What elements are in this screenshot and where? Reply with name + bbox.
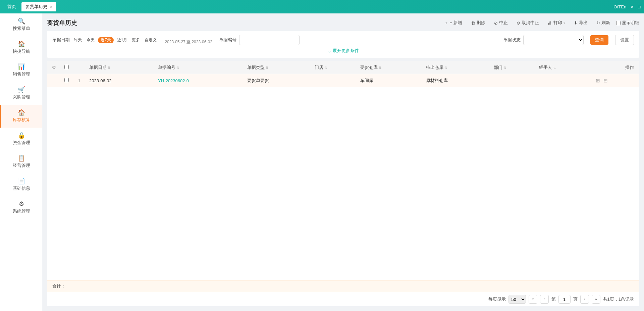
expand-more-button[interactable]: ⌄ 展开更多条件 xyxy=(52,48,634,54)
th-store-sort-icon: ⇅ xyxy=(324,66,327,70)
page-prev-button[interactable]: ‹ xyxy=(540,295,549,304)
refresh-button[interactable]: ↻ 刷新 xyxy=(594,18,613,28)
th-order-type-sort-icon: ⇅ xyxy=(266,66,268,70)
page-last-button[interactable]: » xyxy=(592,295,600,304)
page-header: 要货单历史 ＋ + 新增 🗑 删除 ⊘ 中止 ⊘ 取消中止 xyxy=(47,18,639,28)
th-order-no-sort-icon: ⇅ xyxy=(176,66,179,70)
page-label: 第 xyxy=(551,296,556,302)
content-area: 要货单历史 ＋ + 新增 🗑 删除 ⊘ 中止 ⊘ 取消中止 xyxy=(42,13,644,311)
date-range-value: 2023-05-27 至 2023-06-02 xyxy=(165,39,212,45)
td-action-0: ⊞ ⊟ xyxy=(592,74,639,87)
sidebar-item-inventory[interactable]: 🏠 库存核算 xyxy=(0,105,42,128)
sidebar-item-operations-mgmt[interactable]: 📋 经营管理 xyxy=(0,150,42,173)
th-store[interactable]: 门店 ⇅ xyxy=(311,61,357,74)
sidebar-item-basic-info[interactable]: 📄 基础信息 xyxy=(0,173,42,196)
th-handler[interactable]: 经手人 ⇅ xyxy=(536,61,591,74)
row-edit-icon-0[interactable]: ⊞ xyxy=(595,77,601,84)
print-button[interactable]: 🖨 打印 ▾ xyxy=(545,18,568,28)
query-button[interactable]: 查询 xyxy=(590,35,608,45)
filter-area: 单据日期 昨天 今天 近7天 近1月 更多 自定义 2023-05-27 至 2… xyxy=(47,31,639,58)
th-department[interactable]: 部门 ⇅ xyxy=(490,61,536,74)
sidebar-item-sales-mgmt[interactable]: 📊 销售管理 xyxy=(0,59,42,82)
td-checkbox-0[interactable] xyxy=(60,74,72,87)
date-filter-group: 单据日期 昨天 今天 近7天 近1月 更多 自定义 xyxy=(52,37,158,43)
window-max-icon[interactable]: □ xyxy=(638,4,641,9)
refresh-label: 刷新 xyxy=(601,20,610,26)
sidebar-item-basic-info-label: 基础信息 xyxy=(13,185,30,191)
td-date-0: 2023-06-02 xyxy=(86,74,155,87)
page-size-select[interactable]: 10 20 50 100 xyxy=(508,295,526,304)
th-handler-sort-icon: ⇅ xyxy=(553,66,556,70)
order-no-label: 单据编号 xyxy=(219,37,236,43)
th-order-type-label: 单据类型 xyxy=(247,64,265,71)
sidebar-item-search-menu[interactable]: 🔍 搜索菜单 xyxy=(0,13,42,36)
add-button[interactable]: ＋ + 新增 xyxy=(441,18,465,28)
stop-button[interactable]: ⊘ 中止 xyxy=(491,18,511,28)
footer-total: 合计： xyxy=(47,280,639,292)
th-order-no[interactable]: 单据编号 ⇅ xyxy=(155,61,244,74)
print-dropdown-icon: ▾ xyxy=(564,21,565,25)
delete-button[interactable]: 🗑 删除 xyxy=(468,18,488,28)
add-label: + 新增 xyxy=(450,20,462,26)
order-no-filter-group: 单据编号 xyxy=(219,35,300,45)
top-bar: 首页 要货单历史 × OfTEn ✕ □ xyxy=(0,0,644,13)
date-btn-7days[interactable]: 近7天 xyxy=(98,37,114,43)
window-close-icon[interactable]: ✕ xyxy=(630,4,634,9)
date-btn-custom[interactable]: 自定义 xyxy=(143,37,158,43)
sidebar-item-system-mgmt[interactable]: ⚙ 系统管理 xyxy=(0,196,42,219)
cancel-stop-icon: ⊘ xyxy=(517,20,520,26)
sidebar-item-purchase-mgmt[interactable]: 🛒 采购管理 xyxy=(0,82,42,105)
td-order-no-0[interactable]: YH-20230602-0 xyxy=(155,74,244,87)
select-all-checkbox[interactable] xyxy=(64,65,69,69)
sidebar-item-quick-nav[interactable]: 🏠 快捷导航 xyxy=(0,36,42,59)
page-first-button[interactable]: « xyxy=(529,295,537,304)
page-next-button[interactable]: › xyxy=(580,295,589,304)
td-handler-0 xyxy=(536,74,591,87)
pagination: 每页显示 10 20 50 100 « ‹ 第 页 › » 共1页，1条记录 xyxy=(47,292,639,306)
date-btn-more[interactable]: 更多 xyxy=(130,37,141,43)
table-scroll[interactable]: ⚙ 单据日期 ⇅ xyxy=(47,61,639,280)
operations-mgmt-icon: 📋 xyxy=(18,155,25,161)
th-date[interactable]: 单据日期 ⇅ xyxy=(86,61,155,74)
refresh-icon: ↻ xyxy=(596,20,600,26)
th-order-no-label: 单据编号 xyxy=(158,64,175,71)
th-order-type[interactable]: 单据类型 ⇅ xyxy=(244,61,312,74)
data-table: ⚙ 单据日期 ⇅ xyxy=(47,61,639,87)
table-header-row: ⚙ 单据日期 ⇅ xyxy=(47,61,639,74)
date-btn-yesterday[interactable]: 昨天 xyxy=(72,37,83,43)
settings-gear-icon[interactable]: ⚙ xyxy=(52,64,56,70)
tab-close-icon[interactable]: × xyxy=(50,5,52,9)
td-req-warehouse-0: 车间库 xyxy=(357,74,423,87)
status-filter-group: 单据状态 xyxy=(503,35,584,45)
date-shortcuts: 昨天 今天 近7天 近1月 更多 自定义 xyxy=(72,37,158,43)
page-size-label: 每页显示 xyxy=(488,296,506,302)
order-no-input[interactable] xyxy=(239,35,300,45)
settings-button[interactable]: 设置 xyxy=(615,35,634,45)
show-detail-label: 显示明细 xyxy=(622,20,639,26)
inventory-icon: 🏠 xyxy=(18,109,25,116)
sidebar-item-finance-mgmt-label: 资金管理 xyxy=(13,140,30,146)
th-settings[interactable]: ⚙ xyxy=(47,61,60,74)
date-btn-1month[interactable]: 近1月 xyxy=(116,37,129,43)
tab-order-history[interactable]: 要货单历史 × xyxy=(21,2,56,11)
total-label: 合计： xyxy=(52,283,65,288)
th-pending-warehouse[interactable]: 待出仓库 ⇅ xyxy=(423,61,490,74)
show-detail-checkbox[interactable]: 显示明细 xyxy=(616,20,639,26)
status-select[interactable] xyxy=(523,35,584,45)
table-row[interactable]: 1 2023-06-02 YH-20230602-0 要货单要货 车间库 原材料… xyxy=(47,74,639,87)
sidebar-item-finance-mgmt[interactable]: 🔒 资金管理 xyxy=(0,128,42,150)
export-button[interactable]: ⬇ 导出 xyxy=(571,18,590,28)
td-settings-0 xyxy=(47,74,60,87)
sidebar: 🔍 搜索菜单 🏠 快捷导航 📊 销售管理 🛒 采购管理 🏠 库存核算 🔒 资金管… xyxy=(0,13,42,311)
date-btn-today[interactable]: 今天 xyxy=(85,37,96,43)
cancel-stop-button[interactable]: ⊘ 取消中止 xyxy=(514,18,542,28)
show-detail-input[interactable] xyxy=(616,21,621,25)
th-req-warehouse[interactable]: 要货仓库 ⇅ xyxy=(357,61,423,74)
tab-home[interactable]: 首页 xyxy=(3,2,20,11)
quick-nav-icon: 🏠 xyxy=(18,41,25,47)
page-number-input[interactable] xyxy=(558,295,571,304)
row-delete-icon-0[interactable]: ⊟ xyxy=(603,77,608,84)
sidebar-item-search-menu-label: 搜索菜单 xyxy=(13,26,30,32)
expand-more-icon: ⌄ xyxy=(328,48,331,53)
th-num xyxy=(72,61,86,74)
